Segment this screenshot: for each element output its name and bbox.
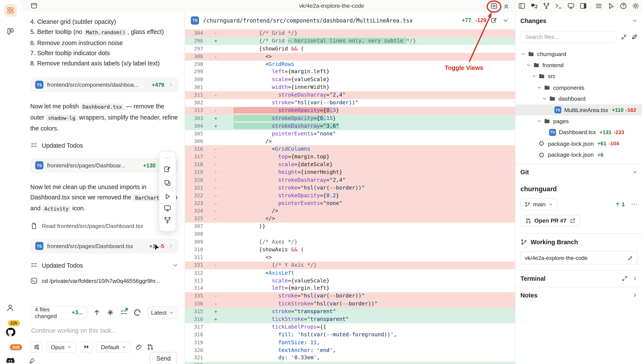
latest-label: Latest xyxy=(151,309,167,316)
chevron-down-icon[interactable] xyxy=(502,16,509,24)
diff-line: 308 xyxy=(185,230,515,238)
panel-left-icon[interactable] xyxy=(518,2,526,10)
inline-code: Activity xyxy=(42,205,71,212)
additions-count: +110 xyxy=(612,107,623,113)
line-number: 308 xyxy=(185,230,206,238)
search-box[interactable] xyxy=(520,31,617,43)
read-file-row[interactable]: Read frontend/src/pages/Dashboard.tsx xyxy=(30,222,178,230)
todos-status-icon[interactable] xyxy=(120,309,128,316)
search-input[interactable] xyxy=(524,33,612,40)
collapse-tree-icon[interactable] xyxy=(620,33,627,40)
settings-sliders-button[interactable] xyxy=(30,341,43,352)
toggle-views-icon[interactable] xyxy=(490,2,498,10)
github-icon[interactable] xyxy=(5,327,16,338)
panel-right-icon[interactable] xyxy=(579,2,587,10)
code-text: textAnchor: 'end', xyxy=(226,346,515,354)
rail-item-dashboard[interactable] xyxy=(4,4,17,17)
person-icon[interactable] xyxy=(6,303,15,312)
file-change-card[interactable]: TSfrontend/src/pages/Dashboar...+130-2 xyxy=(30,158,178,173)
edit-icon[interactable] xyxy=(627,255,633,261)
display-icon[interactable] xyxy=(163,204,172,212)
tree-file-Dashboard.tsx[interactable]: TSDashboard.tsx+131-233 xyxy=(515,127,642,138)
tree-file-package-lock.json[interactable]: package-lock.json+6 xyxy=(515,149,642,160)
floating-toolbar[interactable] xyxy=(159,152,176,232)
chevron-down-icon[interactable] xyxy=(536,84,542,90)
branch-dropdown[interactable]: main xyxy=(520,198,558,210)
feather-icon[interactable] xyxy=(631,33,638,40)
chevron-right-icon[interactable] xyxy=(632,292,638,298)
chevron-right-icon[interactable] xyxy=(632,275,638,281)
terminal-icon[interactable] xyxy=(555,2,562,10)
chevron-down-icon[interactable] xyxy=(536,118,542,124)
more-icon[interactable] xyxy=(630,200,638,208)
open-editor-icon[interactable] xyxy=(163,165,172,174)
git-fork-icon[interactable] xyxy=(163,216,172,224)
file-change-card[interactable]: TSfrontend/src/components/dashboa...+479 xyxy=(30,77,178,92)
chevron-down-icon[interactable] xyxy=(632,18,638,24)
updated-todos-row[interactable]: Updated Todos xyxy=(30,142,178,149)
display-icon[interactable] xyxy=(567,2,575,10)
fast-forward-button[interactable] xyxy=(81,341,93,352)
run-icon[interactable] xyxy=(163,192,172,200)
files-changed-chip[interactable]: 4 files changed +3... xyxy=(30,306,87,319)
shell-command-row[interactable]: cd /private/var/folders/10/h7w0q46556ggr… xyxy=(30,277,178,284)
cursor-icon[interactable] xyxy=(607,2,615,10)
tree-folder-pages[interactable]: pages xyxy=(515,116,642,127)
line-number: 319 xyxy=(185,339,206,346)
chevron-down-icon[interactable] xyxy=(520,51,526,57)
more-icon[interactable] xyxy=(164,154,171,162)
rail-item-board[interactable] xyxy=(4,25,17,38)
git-header[interactable]: Git xyxy=(520,167,638,177)
model-dropdown[interactable]: Opus xyxy=(47,341,76,352)
divider xyxy=(515,270,642,271)
tree-folder-components[interactable]: components xyxy=(515,82,642,93)
latest-dropdown[interactable]: Latest xyxy=(147,306,178,318)
help-icon[interactable] xyxy=(619,2,627,10)
collapse-up-icon[interactable] xyxy=(502,2,510,10)
chevron-down-icon xyxy=(121,344,127,350)
attach-icon[interactable] xyxy=(135,343,142,350)
code-text: {/* Axes */} xyxy=(226,238,515,246)
terminal-icon xyxy=(30,277,38,284)
folder-icon xyxy=(544,118,550,124)
expand-icon[interactable] xyxy=(621,275,628,281)
discord-icon[interactable] xyxy=(5,356,16,364)
diff-body[interactable]: 304- {/* Grid */}296+ {/* Grid — horizon… xyxy=(185,30,515,364)
code-text: scale={valueScale} xyxy=(226,76,515,84)
changes-header[interactable]: Changes xyxy=(520,16,638,25)
terminal-header[interactable]: Terminal xyxy=(520,273,638,284)
notes-header[interactable]: Notes xyxy=(520,290,638,300)
menu-icon[interactable] xyxy=(595,2,603,10)
asterisk-icon[interactable] xyxy=(107,309,114,316)
chevron-down-icon[interactable] xyxy=(531,74,537,79)
code-text: /> xyxy=(226,138,515,146)
line-number: 306 xyxy=(185,52,206,60)
open-editor-icon[interactable] xyxy=(490,16,498,24)
mode-dropdown[interactable]: Default xyxy=(97,341,131,352)
scroll-up-icon[interactable] xyxy=(93,309,101,316)
working-branch-input[interactable]: vk/4e2a-explore-the-code xyxy=(520,251,638,264)
open-pr-button[interactable]: Open PR #7 xyxy=(520,215,580,226)
chat-icon[interactable] xyxy=(530,2,538,10)
tree-file-package-lock.json[interactable]: package-lock.json+61-104 xyxy=(515,138,642,149)
settings-gear-icon[interactable] xyxy=(632,2,639,10)
tree-folder-src[interactable]: src xyxy=(515,70,642,82)
chat-scroll[interactable]: 4. Cleaner grid (subtler opacity)5. Bett… xyxy=(30,16,178,303)
diff-line: 315+ stroke="transparent" xyxy=(185,308,515,316)
tree-folder-churnguard[interactable]: churnguard xyxy=(515,48,642,60)
chevron-down-icon[interactable] xyxy=(526,62,531,68)
chevron-down-icon[interactable] xyxy=(172,262,179,268)
pr-icon[interactable] xyxy=(147,343,154,350)
tree-folder-dashboard[interactable]: dashboard xyxy=(515,93,642,104)
copy-icon[interactable] xyxy=(162,177,173,189)
chevron-down-icon[interactable] xyxy=(542,96,547,102)
tree-folder-frontend[interactable]: frontend xyxy=(515,60,642,70)
git-fork-icon[interactable] xyxy=(543,2,550,10)
diff-line: 325- </> xyxy=(185,215,515,223)
updated-todos-row[interactable]: Updated Todos xyxy=(30,262,178,269)
chevron-down-icon[interactable] xyxy=(632,169,638,175)
message-input[interactable] xyxy=(30,326,171,334)
tree-file-MultiLineArea.tsx[interactable]: TSMultiLineArea.tsx+110-162 xyxy=(515,104,642,116)
pen-icon[interactable] xyxy=(29,357,35,364)
send-button[interactable]: Send xyxy=(150,352,177,364)
